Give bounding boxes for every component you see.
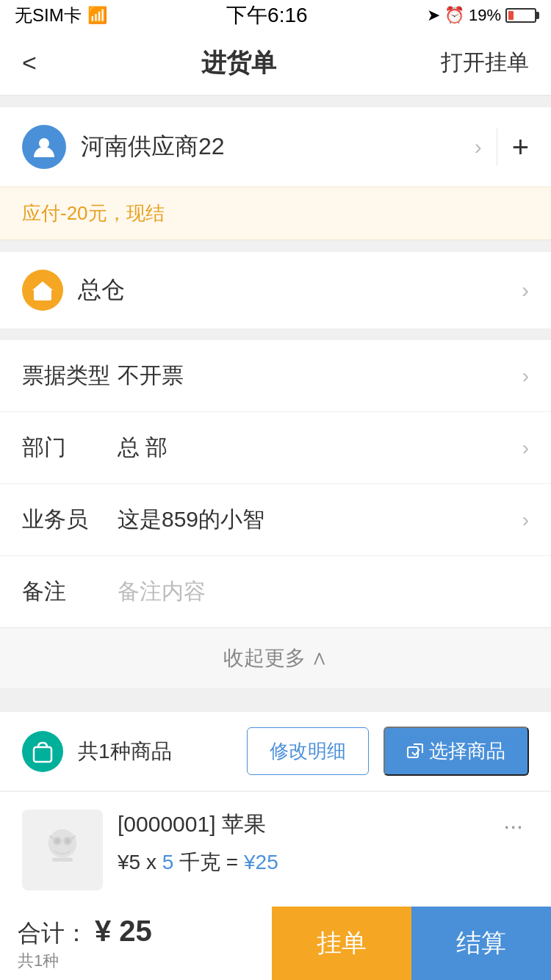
- product-code: [0000001]: [118, 812, 215, 836]
- product-title: 苹果: [222, 812, 266, 836]
- invoice-type-value: 不开票: [118, 361, 522, 391]
- supplier-avatar-icon: [31, 134, 57, 160]
- more-options-button[interactable]: ···: [497, 810, 529, 843]
- invoice-type-row[interactable]: 票据类型 不开票 ›: [0, 340, 551, 412]
- warehouse-chevron-icon: ›: [522, 278, 529, 303]
- total-value: ¥25: [244, 851, 278, 873]
- checkout-button[interactable]: 结算: [411, 907, 551, 980]
- remark-label: 备注: [22, 577, 118, 607]
- supplier-divider: [497, 129, 497, 165]
- bottom-bar: 合计： ¥ 25 共1种 挂单 结算: [0, 907, 551, 980]
- warehouse-icon: [22, 270, 63, 311]
- quantity-value: 5: [162, 851, 174, 873]
- warehouse-name: 总仓: [78, 274, 522, 306]
- product-count-text: 共1种商品: [78, 738, 232, 765]
- status-bar: 无SIM卡 📶 下午6:16 ➤ ⏰ 19%: [0, 0, 551, 31]
- hang-order-button[interactable]: 挂单: [272, 907, 411, 980]
- supplier-chevron-icon: ›: [475, 134, 482, 159]
- salesperson-label: 业务员: [22, 505, 118, 535]
- salesperson-chevron-icon: ›: [522, 508, 529, 532]
- svg-point-0: [39, 138, 49, 148]
- product-info: [0000001] 苹果 ¥5 x 5 千克 = ¥25: [118, 810, 483, 876]
- warehouse-building-icon: [31, 278, 54, 302]
- battery-fill: [508, 11, 514, 20]
- status-bar-right: ➤ ⏰ 19%: [427, 6, 536, 25]
- section-gap-1: [0, 96, 551, 107]
- product-item: [0000001] 苹果 ¥5 x 5 千克 = ¥25 ···: [0, 792, 551, 908]
- svg-rect-3: [40, 293, 46, 300]
- shopping-bag-icon: [31, 740, 54, 763]
- add-supplier-button[interactable]: +: [512, 131, 529, 164]
- status-time: 下午6:16: [226, 1, 308, 29]
- product-header: 共1种商品 修改明细 选择商品: [0, 712, 551, 790]
- alarm-icon: ⏰: [444, 6, 464, 25]
- product-name: [0000001] 苹果: [118, 810, 483, 840]
- equals-symbol: =: [226, 851, 244, 873]
- product-thumb-icon: [37, 824, 88, 876]
- location-icon: ➤: [427, 6, 440, 25]
- salesperson-row[interactable]: 业务员 这是859的小智 ›: [0, 484, 551, 556]
- warehouse-card[interactable]: 总仓 ›: [0, 252, 551, 328]
- svg-rect-15: [52, 858, 73, 862]
- select-product-button[interactable]: 选择商品: [383, 727, 529, 776]
- department-label: 部门: [22, 433, 118, 463]
- unit-price: ¥5: [118, 851, 140, 873]
- svg-point-13: [55, 838, 60, 843]
- select-product-icon: [407, 743, 423, 760]
- invoice-type-chevron-icon: ›: [522, 364, 529, 388]
- carrier-label: 无SIM卡: [15, 4, 82, 27]
- remark-input[interactable]: 备注内容: [118, 577, 529, 607]
- multiply-symbol: x: [146, 851, 162, 873]
- invoice-type-label: 票据类型: [22, 361, 118, 391]
- payment-hint: 应付-20元，现结: [0, 187, 551, 240]
- department-value: 总 部: [118, 433, 522, 463]
- unit-label: 千克: [179, 851, 220, 873]
- total-label: 合计：: [18, 920, 88, 946]
- salesperson-value: 这是859的小智: [118, 505, 522, 535]
- nav-bar: < 进货单 打开挂单: [0, 31, 551, 96]
- back-button[interactable]: <: [22, 48, 37, 77]
- total-amount: ¥ 25: [95, 915, 152, 947]
- form-section: 票据类型 不开票 › 部门 总 部 › 业务员 这是859的小智 › 备注 备注…: [0, 340, 551, 627]
- bottom-total: 合计： ¥ 25: [18, 915, 254, 950]
- open-hang-button[interactable]: 打开挂单: [441, 48, 529, 78]
- edit-detail-button[interactable]: 修改明细: [247, 727, 369, 775]
- section-gap-2: [0, 688, 551, 700]
- svg-point-14: [65, 838, 71, 843]
- svg-rect-4: [34, 747, 51, 762]
- supplier-name: 河南供应商22: [81, 131, 475, 163]
- product-thumbnail: [22, 810, 103, 890]
- bottom-count: 共1种: [18, 950, 254, 972]
- supplier-avatar: [22, 125, 66, 169]
- bottom-summary: 合计： ¥ 25 共1种: [0, 907, 272, 980]
- page-title: 进货单: [201, 46, 276, 80]
- product-price: ¥5 x 5 千克 = ¥25: [118, 849, 483, 876]
- department-chevron-icon: ›: [522, 436, 529, 460]
- department-row[interactable]: 部门 总 部 ›: [0, 412, 551, 484]
- wifi-icon: 📶: [87, 6, 107, 25]
- remark-row[interactable]: 备注 备注内容: [0, 556, 551, 627]
- status-bar-left: 无SIM卡 📶: [15, 4, 107, 27]
- product-count-icon: [22, 731, 63, 772]
- battery-percent: 19%: [469, 6, 501, 25]
- collapse-bar[interactable]: 收起更多 ∧: [0, 627, 551, 688]
- select-product-label: 选择商品: [429, 738, 505, 764]
- supplier-card: 河南供应商22 › + 应付-20元，现结: [0, 107, 551, 240]
- battery-icon: [505, 8, 536, 23]
- supplier-row[interactable]: 河南供应商22 › +: [0, 107, 551, 187]
- svg-marker-2: [32, 281, 53, 290]
